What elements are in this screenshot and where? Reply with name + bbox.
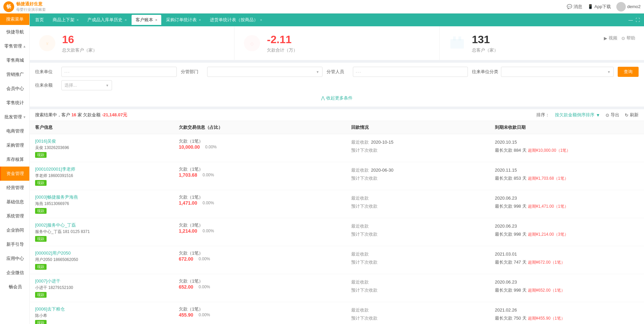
user-profile[interactable]: demo2	[616, 2, 641, 11]
sort-chevron-icon: ▼	[596, 113, 600, 118]
sidebar-item-enterprise-wechat[interactable]: 企业微信	[0, 266, 29, 280]
customer-name[interactable]: [0007]小进干	[35, 278, 179, 284]
overdue-date: 2020.06.23 最长欠款 998 天 超期¥652.00（1笔）	[495, 278, 639, 294]
overdue-date: 2020.10.15 最长欠款 884 天 超期¥10,000.00（1笔）	[495, 138, 639, 154]
sidebar-item-batch-mgmt[interactable]: 批发管理 ▼	[0, 110, 29, 124]
filter-bar: 往来单位 ··· 分管部门 ▼	[30, 63, 644, 107]
tab-customer-account[interactable]: 客户账本 ×	[132, 15, 161, 25]
sidebar-item-member[interactable]: 会员中心	[0, 82, 29, 96]
due-date-cell: 2020.10.15 最长欠款 884 天 超期¥10,000.00（1笔）	[495, 138, 639, 154]
overdue-date: 2020.06.23 最长欠款 998 天 超期¥1,214.00（3笔）	[495, 222, 639, 238]
debt-amount[interactable]: 652.00	[179, 284, 193, 290]
tab-label: 采购订单统计表	[166, 17, 197, 23]
sidebar-item-basic-info[interactable]: 基础信息	[0, 195, 29, 209]
chevron-down-icon: ▼	[106, 84, 109, 87]
table-row: [0006]去下粮仓 陈小希 现款 欠款（1笔） 455.90 0.00%	[30, 302, 644, 324]
tab-label: 进货单统计表（按商品）	[210, 17, 258, 23]
balance-select[interactable]: 选择... ▼	[61, 80, 112, 90]
customer-name[interactable]: [0016]吴俊	[35, 138, 179, 144]
sidebar-item-label: 企业协同	[6, 228, 24, 233]
collapse-more-btn[interactable]: ⋀ 收起更多条件	[35, 94, 639, 102]
sidebar-item-capital[interactable]: 资金管理	[0, 167, 29, 181]
results-text: 搜索结果中，客户 16 家 欠款金额 -21,148.07元	[35, 112, 127, 118]
overdue-link[interactable]: 超期¥455.90（1笔）	[528, 316, 565, 321]
sidebar-item-new-guide[interactable]: 新手引导	[0, 237, 29, 252]
tab-close-icon[interactable]: ×	[199, 18, 201, 22]
debt-percent: 0.00%	[202, 173, 214, 177]
debt-amount[interactable]: 455.90	[179, 312, 193, 318]
results-prefix: 搜索结果中，客户	[35, 112, 70, 117]
sidebar-item-quick-nav[interactable]: 快捷导航	[0, 25, 29, 39]
overdue-link[interactable]: 超期¥652.00（1笔）	[528, 288, 565, 293]
help-btn[interactable]: ⊙ 帮助	[621, 35, 635, 41]
collection-info: 最近收款 预计下次收款	[351, 250, 495, 266]
tab-close-icon[interactable]: ×	[124, 18, 127, 22]
tab-close-icon[interactable]: ×	[155, 18, 157, 22]
sidebar-item-retail-mgmt[interactable]: 零售管理 ▲	[0, 39, 29, 53]
collection-info: 最近收款 2020-10-15 预计下次收款	[351, 138, 495, 154]
sidebar-item-marketing[interactable]: 营销推广	[0, 67, 29, 82]
customer-name[interactable]: [0002]服务中心_丁磊	[35, 222, 179, 228]
debt-amount[interactable]: 1,214.00	[179, 228, 197, 234]
debt-percent: 0.00%	[202, 229, 214, 233]
manager-input[interactable]: ···	[353, 67, 468, 77]
debt-amount[interactable]: 1,703.68	[179, 172, 197, 178]
sidebar-item-retail-stats[interactable]: 零售统计	[0, 96, 29, 110]
customer-phone: 陈小希	[35, 313, 179, 319]
customer-name[interactable]: [0001020001]李老师	[35, 166, 179, 172]
sidebar-item-enterprise-collab[interactable]: 企业协同	[0, 223, 29, 237]
overdue-link[interactable]: 超期¥672.00（1笔）	[528, 260, 565, 265]
view-video-btn[interactable]: ▶ 视频	[604, 35, 617, 41]
tab-product-status[interactable]: 商品上下架 ×	[49, 15, 83, 25]
sort-value[interactable]: 按欠款金额倒序排序 ▼	[555, 112, 600, 118]
message-btn[interactable]: 💬 消息	[567, 4, 582, 10]
sidebar-item-app-center[interactable]: 应用中心	[0, 252, 29, 266]
overdue-link[interactable]: 超期¥1,703.68（1笔）	[528, 176, 568, 181]
search-button[interactable]: 查询	[618, 67, 639, 77]
refresh-btn[interactable]: ↻ 刷新	[625, 112, 639, 118]
stat-total-customers: 131 总客户（家） ▶ 视频 ⊙ 帮助	[440, 26, 644, 60]
debt-amount[interactable]: 672.00	[179, 256, 193, 262]
customer-name[interactable]: [0006]去下粮仓	[35, 306, 179, 312]
tab-purchase-stats-by-product[interactable]: 进货单统计表（按商品） ×	[206, 15, 266, 25]
debt-amount[interactable]: 1,471.00	[179, 200, 197, 206]
col-customer-info: 客户信息	[35, 124, 179, 130]
sidebar-item-system[interactable]: 系统管理	[0, 209, 29, 223]
page-content: ¥ 16 总欠款客户（家） ◇	[30, 26, 644, 324]
svg-rect-8	[458, 36, 461, 40]
customer-name[interactable]: [0003]畅捷服务尹海燕	[35, 194, 179, 200]
sidebar-item-purchase[interactable]: 采购管理	[0, 138, 29, 152]
tab-production-history[interactable]: 产成品入库单历史 ×	[83, 15, 131, 25]
sidebar-item-ecommerce[interactable]: 电商管理	[0, 124, 29, 138]
app-download-btn[interactable]: 📱 App下载	[588, 4, 611, 10]
tab-purchase-order-stats[interactable]: 采购订单统计表 ×	[162, 15, 205, 25]
sidebar-item-chang-member[interactable]: 畅会员	[0, 280, 29, 294]
dept-select[interactable]: ▼	[207, 67, 323, 77]
tabs-controls: — ⛶	[626, 18, 643, 23]
overdue-link[interactable]: 超期¥1,471.00（1笔）	[528, 204, 568, 209]
tabs-bar: 首页 商品上下架 × 产成品入库单历史 × 客户账本 × 采购订单统计表 ×	[30, 13, 644, 26]
tab-home[interactable]: 首页	[31, 15, 48, 25]
refresh-icon: ↻	[625, 113, 628, 118]
tab-close-icon[interactable]: ×	[260, 18, 262, 22]
sidebar-item-retail-mall[interactable]: 零售商城	[0, 53, 29, 67]
debt-amount[interactable]: 10,000.00	[179, 144, 200, 150]
customer-tag: 现款	[35, 208, 47, 214]
tab-close-icon[interactable]: ×	[77, 18, 79, 22]
tabs-minimize-icon[interactable]: —	[628, 18, 633, 23]
sidebar-search[interactable]: 搜索菜单	[0, 13, 29, 25]
source-unit-class-select[interactable]: ▼	[501, 67, 614, 77]
sidebar-item-operations[interactable]: 经营管理	[0, 181, 29, 195]
collection-cell: 最近收款 2020-06-30 预计下次收款	[351, 166, 495, 182]
debt-info-cell: 欠款（1笔） 10,000.00 0.00%	[179, 138, 351, 150]
debt-count: 欠款（1笔）	[179, 194, 351, 200]
overdue-link[interactable]: 超期¥10,000.00（1笔）	[528, 148, 571, 153]
sidebar-item-label: 电商管理	[6, 128, 24, 134]
overdue-link[interactable]: 超期¥1,214.00（3笔）	[528, 232, 568, 237]
source-unit-input[interactable]: ···	[61, 67, 177, 77]
sort-text: 按欠款金额倒序排序	[555, 112, 594, 118]
sidebar-item-inventory[interactable]: 库存核算	[0, 152, 29, 167]
export-btn[interactable]: ⊙ 导出	[606, 112, 619, 118]
tabs-maximize-icon[interactable]: ⛶	[636, 18, 640, 23]
customer-name[interactable]: [000002]用户2050	[35, 250, 179, 256]
